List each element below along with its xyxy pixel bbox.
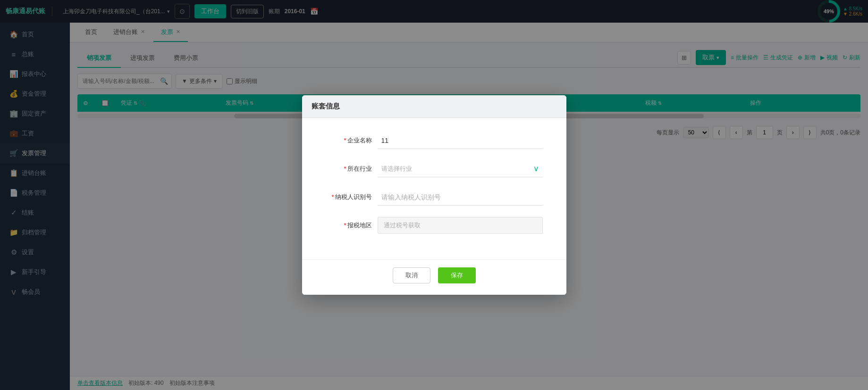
- required-star-2: *: [344, 165, 346, 172]
- required-star: *: [344, 137, 346, 144]
- save-button[interactable]: 保存: [438, 267, 476, 283]
- form-row-tax-region: *报税地区 通过税号获取: [326, 217, 543, 234]
- tax-id-input[interactable]: [378, 189, 543, 206]
- account-info-modal: 账套信息 *企业名称 *所在行业 请选择行业 ∨: [302, 95, 566, 295]
- form-row-company-name: *企业名称: [326, 132, 543, 149]
- tax-region-placeholder: 通过税号获取: [384, 221, 421, 230]
- required-star-4: *: [344, 222, 346, 229]
- modal-body: *企业名称 *所在行业 请选择行业 ∨ *纳税人识别号: [302, 118, 566, 259]
- industry-label: *所在行业: [326, 165, 378, 173]
- tax-region-label: *报税地区: [326, 221, 378, 230]
- form-row-tax-id: *纳税人识别号: [326, 189, 543, 206]
- industry-dropdown-icon[interactable]: ∨: [533, 164, 539, 173]
- modal-header: 账套信息: [302, 95, 566, 118]
- industry-select[interactable]: 请选择行业 ∨: [378, 160, 543, 177]
- required-star-3: *: [331, 193, 334, 200]
- modal-footer: 取消 保存: [302, 259, 566, 295]
- modal-title: 账套信息: [312, 102, 340, 110]
- company-name-label: *企业名称: [326, 136, 378, 145]
- tax-id-label: *纳税人识别号: [326, 193, 378, 201]
- modal-overlay: 账套信息 *企业名称 *所在行业 请选择行业 ∨: [0, 0, 868, 390]
- company-name-input[interactable]: [378, 132, 543, 149]
- tax-region-readonly: 通过税号获取: [378, 217, 543, 234]
- industry-placeholder: 请选择行业: [381, 165, 412, 173]
- cancel-button[interactable]: 取消: [393, 267, 430, 283]
- form-row-industry: *所在行业 请选择行业 ∨: [326, 160, 543, 177]
